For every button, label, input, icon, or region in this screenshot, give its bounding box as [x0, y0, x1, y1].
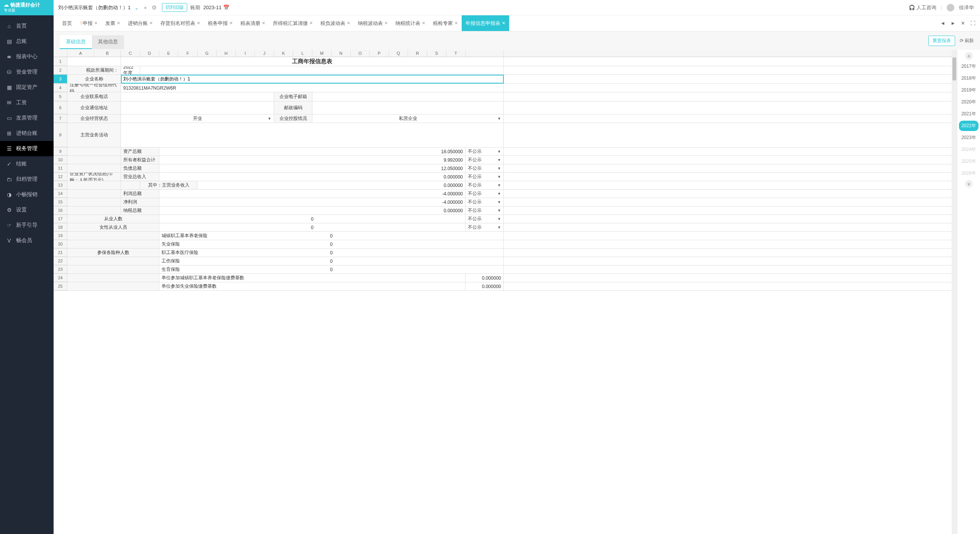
- col-header-J[interactable]: J: [255, 50, 274, 57]
- col-header-F[interactable]: F: [178, 50, 198, 57]
- fin-value[interactable]: 0.000000: [159, 206, 466, 215]
- tab-纳税统计表[interactable]: 纳税统计表✕: [392, 15, 429, 31]
- close-icon[interactable]: ✕: [94, 21, 98, 26]
- row-number[interactable]: 12: [54, 173, 67, 181]
- fin-value[interactable]: -4.000000: [159, 198, 466, 206]
- fin-value[interactable]: 12.050000: [159, 164, 466, 172]
- postcode-input[interactable]: [312, 102, 504, 114]
- fin-value[interactable]: 0.000000: [198, 181, 466, 189]
- row-number[interactable]: 5: [54, 92, 67, 101]
- sidebar-item-总账[interactable]: ▤总账: [0, 34, 54, 49]
- calendar-icon[interactable]: 📅: [223, 5, 229, 10]
- tab-prev-icon[interactable]: ◄: [940, 20, 945, 26]
- col-header-E[interactable]: E: [159, 50, 178, 57]
- publicity-select[interactable]: 不公示▼: [466, 206, 504, 215]
- year-scrollbar[interactable]: [952, 50, 957, 534]
- row-number[interactable]: 23: [54, 265, 67, 274]
- switch-version-button[interactable]: 切到旧版: [162, 3, 187, 12]
- status-select[interactable]: 开业▼: [121, 115, 274, 123]
- account-settings-icon[interactable]: ⚙: [152, 4, 157, 11]
- col-header-T[interactable]: T: [446, 50, 466, 57]
- address-input[interactable]: [121, 102, 274, 114]
- publicity-select[interactable]: 不公示▼: [466, 173, 504, 181]
- email-input[interactable]: [312, 92, 504, 101]
- refresh-button[interactable]: ⟳ 刷新: [960, 38, 974, 44]
- year-2021年[interactable]: 2021年: [959, 109, 978, 119]
- row-number[interactable]: 16: [54, 206, 67, 215]
- publicity-select[interactable]: 不公示▼: [466, 147, 504, 156]
- base-value[interactable]: 0.000000: [466, 274, 504, 282]
- col-header-I[interactable]: I: [236, 50, 255, 57]
- sidebar-item-固定资产[interactable]: ▦固定资产: [0, 80, 54, 95]
- period-value[interactable]: 2022年度: [121, 66, 140, 74]
- col-header-P[interactable]: P: [370, 50, 389, 57]
- row-number[interactable]: 19: [54, 232, 67, 240]
- row-number[interactable]: 8: [54, 123, 67, 147]
- close-icon[interactable]: ✕: [454, 21, 458, 26]
- close-icon[interactable]: ✕: [197, 21, 200, 26]
- base-value[interactable]: 0.000000: [466, 282, 504, 290]
- publicity-select[interactable]: 不公示▼: [466, 215, 504, 223]
- year-up-icon[interactable]: ∧: [965, 52, 973, 60]
- cell[interactable]: [140, 66, 504, 74]
- year-2023年[interactable]: 2023年: [959, 133, 978, 143]
- col-header-L[interactable]: L: [293, 50, 312, 57]
- female-employees-value[interactable]: 0: [159, 223, 466, 231]
- year-down-icon[interactable]: ∨: [965, 180, 973, 188]
- col-header-C[interactable]: C: [121, 50, 140, 57]
- row-number[interactable]: 18: [54, 223, 67, 231]
- sidebar-item-工资[interactable]: ✉工资: [0, 95, 54, 110]
- tab-close-all-icon[interactable]: ✕: [961, 20, 965, 26]
- sidebar-item-进销台账[interactable]: ⊞进销台账: [0, 126, 54, 141]
- year-2018年[interactable]: 2018年: [959, 73, 978, 84]
- row-number[interactable]: 21: [54, 249, 67, 257]
- sub-tab-其他信息[interactable]: 其他信息: [92, 35, 124, 49]
- add-account-icon[interactable]: +: [144, 4, 147, 11]
- col-header-S[interactable]: S: [427, 50, 446, 57]
- close-icon[interactable]: ✕: [422, 21, 425, 26]
- sidebar-item-设置[interactable]: ⚙设置: [0, 202, 54, 218]
- tab-存货别名对照表[interactable]: 存货别名对照表✕: [157, 15, 204, 31]
- sidebar-item-畅会员[interactable]: V畅会员: [0, 233, 54, 248]
- year-2022年[interactable]: 2022年: [959, 121, 978, 131]
- row-number[interactable]: 25: [54, 282, 67, 290]
- row-number[interactable]: 4: [54, 84, 67, 92]
- fin-value[interactable]: 18.050000: [159, 147, 466, 156]
- user-name[interactable]: 徐泽华: [959, 4, 974, 11]
- row-number[interactable]: 6: [54, 102, 67, 114]
- cell[interactable]: [67, 57, 121, 66]
- col-header-B[interactable]: B: [94, 50, 121, 57]
- year-2020年[interactable]: 2020年: [959, 97, 978, 107]
- ins-row[interactable]: 城镇职工基本养老保险0: [159, 232, 504, 240]
- tab-税表清册[interactable]: 税表清册✕: [237, 15, 269, 31]
- uscc-value[interactable]: 91320811MA7NGR2W6R: [121, 84, 504, 92]
- close-icon[interactable]: ✕: [262, 21, 265, 26]
- col-header-corner[interactable]: [54, 50, 67, 57]
- tab-首页[interactable]: 首页: [57, 15, 77, 31]
- publicity-select[interactable]: 不公示▼: [466, 223, 504, 231]
- sidebar-item-资金管理[interactable]: ⛁资金管理: [0, 64, 54, 80]
- row-number[interactable]: 1: [54, 57, 67, 66]
- col-header-corner[interactable]: [466, 50, 504, 57]
- row-number[interactable]: 24: [54, 274, 67, 282]
- holding-select[interactable]: 私营企业▼: [312, 115, 504, 123]
- col-header-H[interactable]: H: [217, 50, 236, 57]
- sidebar-item-小畅报销[interactable]: ◑小畅报销: [0, 187, 54, 202]
- row-number[interactable]: 15: [54, 198, 67, 206]
- row-number[interactable]: 2: [54, 66, 67, 74]
- close-icon[interactable]: ✕: [117, 21, 120, 26]
- fin-value[interactable]: -4.000000: [159, 190, 466, 198]
- tab-所得税汇算清缴[interactable]: 所得税汇算清缴✕: [269, 15, 317, 31]
- row-number[interactable]: 13: [54, 181, 67, 189]
- sidebar-item-报表中心[interactable]: ⩨报表中心: [0, 49, 54, 64]
- row-number[interactable]: 22: [54, 257, 67, 265]
- sub-tab-基础信息[interactable]: 基础信息: [60, 35, 92, 49]
- ins-row[interactable]: 职工基本医疗保险0: [159, 249, 504, 257]
- close-icon[interactable]: ✕: [309, 21, 313, 26]
- col-header-G[interactable]: G: [198, 50, 217, 57]
- close-icon[interactable]: ✕: [149, 21, 153, 26]
- year-2017年[interactable]: 2017年: [959, 61, 978, 72]
- row-number[interactable]: 10: [54, 156, 67, 164]
- account-selector[interactable]: 刘小艳演示账套（勿删勿动！）1 ⌄: [54, 4, 144, 11]
- sidebar-item-发票管理[interactable]: ▭发票管理: [0, 110, 54, 126]
